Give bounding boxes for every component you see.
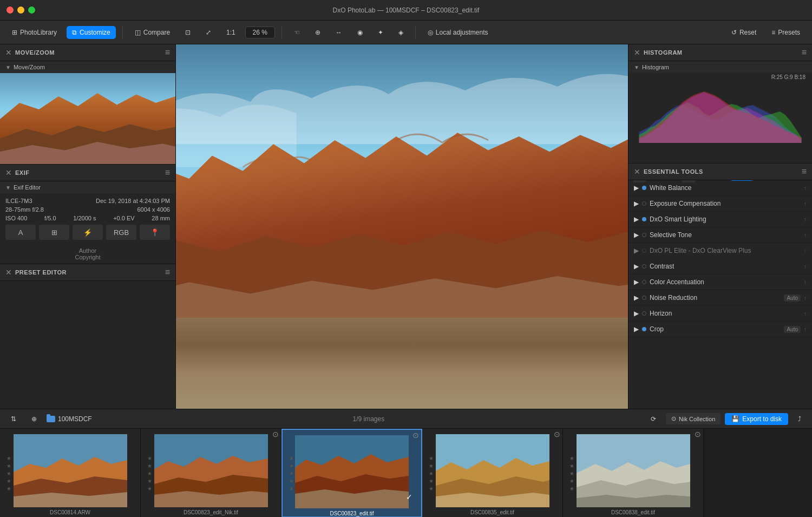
move-zoom-thumbnail[interactable] [0, 73, 175, 164]
star-4: ★ [147, 478, 152, 484]
tool-clearview[interactable]: ▶ DxO PL Elite - DxO ClearView Plus ↑ [628, 243, 812, 259]
exif-calendar-btn[interactable]: ⊞ [39, 225, 69, 240]
essential-tools-close-btn[interactable]: ✕ [634, 168, 640, 175]
tool-noise-reduction-right: Auto ↑ [784, 295, 807, 302]
filter-btn[interactable]: ⊕ [26, 413, 42, 426]
crop-icon: ⊕ [315, 29, 320, 36]
histogram-close-btn[interactable]: ✕ [634, 49, 640, 56]
noise-reduction-badge: Auto [784, 295, 801, 302]
star-5: ★ [569, 486, 574, 492]
histogram-header-left: ✕ HISTOGRAM [634, 49, 683, 56]
tool-color-accentuation[interactable]: ▶ Color Accentuation ↑ [628, 274, 812, 290]
window-controls[interactable] [6, 6, 35, 14]
film-item-5[interactable]: ⊙ ★ ★ ★ ★ ★ DSC00838_edit.tif [563, 429, 704, 517]
presets-button[interactable]: ≡ Presets [766, 26, 806, 39]
filmstrip-toolbar: ⇅ ⊕ 100MSDCF 1/9 images ⟳ ⊙ Nik Collecti… [0, 409, 812, 429]
main-image-area[interactable] [176, 44, 628, 409]
filmstrip-scroll[interactable]: ★ ★ ★ ★ ★ DSC00814.ARW ⊙ ★ ★ [0, 429, 812, 517]
exif-flash-btn[interactable]: ⚡ [73, 225, 103, 240]
preset-header: ✕ PRESET EDITOR ≡ [0, 264, 175, 281]
images-count: 1/9 images [353, 415, 385, 423]
customize-tab[interactable]: ⧉ Customize [67, 26, 116, 39]
nik-collection-btn[interactable]: ⊙ Nik Collection [666, 413, 721, 424]
filmstrip-area: ⇅ ⊕ 100MSDCF 1/9 images ⟳ ⊙ Nik Collecti… [0, 409, 812, 517]
exif-rgb-btn[interactable]: RGB [106, 225, 136, 240]
clone-tool[interactable]: ✦ [372, 26, 389, 39]
film-thumbnail-3 [295, 435, 409, 508]
zoom-1-1-button[interactable]: 1:1 [221, 26, 241, 39]
zoom-percent-display[interactable]: 26 % [245, 27, 275, 38]
red-eye-tool[interactable]: ◉ [352, 26, 368, 39]
film-stars-4: ★ ★ ★ ★ ★ [429, 455, 434, 492]
tool-crop-left: ▶ Crop [634, 325, 664, 333]
star-2: ★ [289, 463, 294, 469]
exif-section[interactable]: ▼ Exif Editor [0, 181, 175, 193]
minimize-button[interactable] [17, 6, 24, 14]
customize-icon: ⧉ [72, 29, 77, 36]
move-zoom-section[interactable]: ▼ Move/Zoom [0, 61, 175, 73]
essential-tools-menu-btn[interactable]: ≡ [802, 167, 807, 176]
exif-text-btn[interactable]: A [5, 225, 36, 240]
fit-button[interactable]: ⊡ [180, 26, 196, 39]
tool-selective-tone[interactable]: ▶ Selective Tone ↑ [628, 227, 812, 243]
film-check-3: ✓ [406, 493, 412, 501]
move-zoom-close-btn[interactable]: ✕ [5, 49, 12, 56]
preset-close-btn[interactable]: ✕ [5, 269, 12, 276]
share-btn[interactable]: ⤴ [793, 413, 807, 426]
customize-label: Customize [80, 29, 110, 36]
film-item-2[interactable]: ⊙ ★ ★ ★ ★ ★ DSC00823_edit_Nik.tif [141, 429, 281, 517]
histogram-section[interactable]: ▼ Histogram [628, 61, 812, 73]
preset-menu-btn[interactable]: ≡ [165, 267, 170, 277]
film-item-4[interactable]: ⊙ ★ ★ ★ ★ ★ DSC00835_edit.tif [422, 429, 563, 517]
film-stars-1: ★ ★ ★ ★ ★ [6, 455, 11, 492]
tool-crop[interactable]: ▶ Crop Auto ↑ [628, 322, 812, 337]
photo-library-tab[interactable]: ⊞ PhotoLibrary [6, 26, 62, 39]
tool-horizon[interactable]: ▶ Horizon ↑ [628, 306, 812, 322]
film-item-1[interactable]: ★ ★ ★ ★ ★ DSC00814.ARW [0, 429, 141, 517]
text-icon: A [18, 228, 23, 237]
tool-noise-reduction[interactable]: ▶ Noise Reduction Auto ↑ [628, 290, 812, 306]
tool-dot [642, 233, 646, 237]
tool-arrow: ▶ [634, 200, 639, 207]
presets-icon: ≡ [771, 29, 775, 36]
exif-menu-btn[interactable]: ≡ [165, 168, 170, 178]
maximize-button[interactable] [28, 6, 35, 14]
tool-white-balance[interactable]: ▶ White Balance ↑ [628, 180, 812, 196]
straighten-tool[interactable]: ↔ [330, 26, 348, 39]
tool-dot [642, 186, 646, 190]
local-adjustments-button[interactable]: ◎ Local adjustments [422, 26, 494, 39]
close-button[interactable] [6, 6, 14, 14]
repair-tool[interactable]: ◈ [393, 26, 409, 39]
film-label-3: DSC00823_edit.tif [330, 511, 374, 516]
film-badge-top-right-3: ⊙ [410, 430, 421, 441]
sort-btn[interactable]: ⇅ [5, 413, 22, 426]
tool-contrast[interactable]: ▶ Contrast ↑ [628, 259, 812, 274]
film-thumbnail-4 [436, 434, 549, 507]
histogram-menu-btn[interactable]: ≡ [802, 48, 807, 57]
film-thumbnail-2 [154, 434, 268, 507]
titlebar: DxO PhotoLab — 100MSDCF – DSC00823_edit.… [0, 0, 812, 21]
tool-info-arrow: ↑ [804, 326, 807, 332]
compare-button[interactable]: ◫ Compare [129, 26, 175, 39]
preset-title: PRESET EDITOR [15, 269, 67, 276]
exif-shutter: 1/2000 s [73, 215, 96, 221]
film-item-3[interactable]: ⊙ ★ ★ ★ ★ ★ ✓ DSC00823_edit.tif [281, 429, 422, 517]
star-5: ★ [6, 486, 11, 492]
move-zoom-menu-btn[interactable]: ≡ [165, 48, 170, 57]
reset-button[interactable]: ↺ Reset [726, 26, 762, 39]
folder-icon [47, 416, 55, 422]
move-zoom-panel: ▼ Move/Zoom [0, 61, 175, 164]
export-to-disk-btn[interactable]: 💾 Export to disk [725, 413, 788, 425]
window-title: DxO PhotoLab — 100MSDCF – DSC00823_edit.… [333, 6, 480, 14]
tool-exposure[interactable]: ▶ Exposure Compensation ↑ [628, 196, 812, 212]
sync-btn[interactable]: ⟳ [645, 413, 662, 426]
exif-close-btn[interactable]: ✕ [5, 169, 12, 176]
hand-tool[interactable]: ☜ [289, 26, 305, 39]
exif-focal: 28 mm [152, 215, 170, 221]
tool-arrow: ▶ [634, 278, 639, 286]
essential-tools-header-left: ✕ ESSENTIAL TOOLS [634, 168, 703, 175]
zoom-button[interactable]: ⤢ [200, 26, 217, 39]
crop-tool[interactable]: ⊕ [310, 26, 326, 39]
tool-smart-lighting[interactable]: ▶ DxO Smart Lighting ↑ [628, 212, 812, 227]
exif-location-btn[interactable]: 📍 [140, 225, 170, 240]
